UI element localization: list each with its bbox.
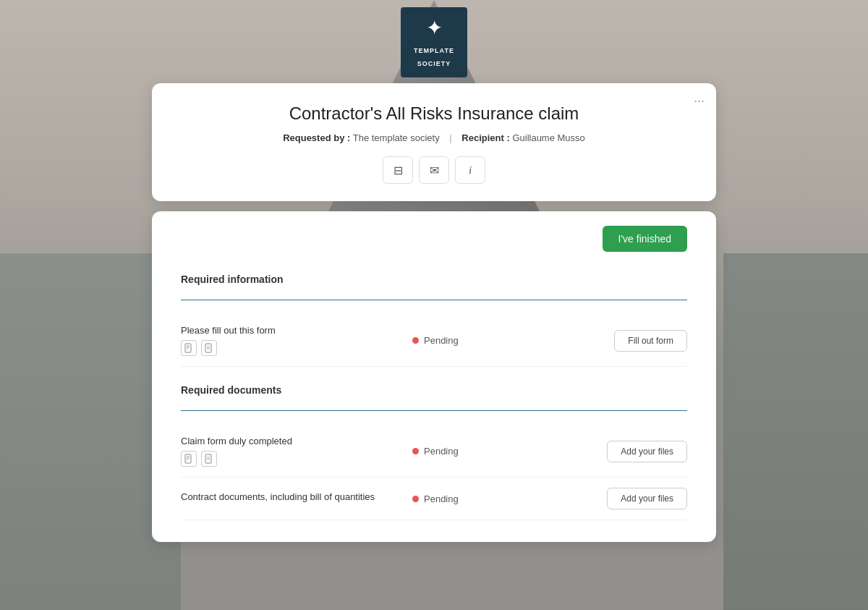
contract-docs-status-col: Pending (412, 493, 579, 504)
email-icon: ✉ (430, 164, 439, 177)
header-actions: ⊟ ✉ i (181, 156, 687, 184)
requested-by-label: Requested by : (283, 132, 350, 143)
add-files-button-claim[interactable]: Add your files (607, 441, 687, 462)
fill-out-form-button[interactable]: Fill out form (614, 330, 687, 352)
finished-button[interactable]: I've finished (603, 226, 688, 252)
svg-rect-0 (185, 344, 191, 352)
logo-container: ✦ TEMPLATE SOCIETY (401, 7, 467, 77)
fill-form-status-text: Pending (424, 335, 459, 346)
contract-docs-status-dot (412, 496, 419, 502)
claim-file-icon-1 (181, 451, 197, 467)
form-row-contract-docs: Contract documents, including bill of qu… (181, 478, 687, 520)
claim-form-label: Claim form duly completed (181, 436, 412, 446)
file-icon-1 (181, 340, 197, 356)
finished-btn-row: I've finished (181, 226, 687, 252)
fill-form-icons (181, 340, 412, 356)
section-gap-1 (181, 367, 687, 384)
contract-docs-action-col: Add your files (579, 488, 687, 509)
claim-file-icon-2 (201, 451, 217, 467)
svg-rect-11 (205, 454, 211, 463)
form-row-claim-form: Claim form duly completed (181, 425, 687, 478)
claim-form-status-col: Pending (412, 446, 579, 457)
add-files-button-contract[interactable]: Add your files (607, 488, 687, 509)
logo-text: TEMPLATE (414, 47, 454, 54)
fill-form-status-dot (412, 337, 419, 344)
claim-form-status-text: Pending (424, 446, 459, 457)
claim-form-icons (181, 451, 412, 467)
svg-rect-7 (185, 454, 191, 463)
fill-form-action-col: Fill out form (579, 330, 687, 352)
form-row-fill-form: Please fill out this form (181, 315, 687, 367)
more-options-button[interactable]: ··· (694, 93, 705, 109)
fill-form-status-col: Pending (412, 335, 579, 346)
logo-box: ✦ TEMPLATE SOCIETY (401, 7, 467, 77)
info-button[interactable]: i (455, 156, 485, 184)
page-title: Contractor's All Risks Insurance claim (181, 103, 687, 124)
logo-icon: ✦ (414, 16, 454, 40)
claim-form-action-col: Add your files (579, 441, 687, 462)
recipient-value: Guillaume Musso (512, 132, 584, 143)
recipient-label: Recipient : (461, 132, 509, 143)
clipboard-icon: ⊟ (393, 164, 403, 177)
main-card: I've finished Required information Pleas… (152, 211, 716, 542)
form-row-label-claim-form: Claim form duly completed (181, 436, 412, 467)
header-card: ··· Contractor's All Risks Insurance cla… (152, 83, 716, 201)
page-content: ✦ TEMPLATE SOCIETY ··· Contractor's All … (0, 0, 868, 610)
form-row-label-contract-docs: Contract documents, including bill of qu… (181, 491, 412, 507)
section-divider-info (181, 300, 687, 300)
form-row-label-fill-form: Please fill out this form (181, 325, 412, 356)
section-title-required-docs: Required documents (181, 384, 687, 403)
info-icon: i (469, 164, 472, 177)
section-title-required-info: Required information (181, 274, 687, 292)
contract-docs-label: Contract documents, including bill of qu… (181, 491, 412, 502)
meta-separator: | (449, 132, 451, 143)
contract-docs-status-text: Pending (424, 493, 459, 504)
email-button[interactable]: ✉ (419, 156, 449, 184)
fill-form-label: Please fill out this form (181, 325, 412, 336)
svg-rect-4 (205, 344, 211, 352)
claim-form-status-dot (412, 448, 419, 454)
section-divider-docs (181, 410, 687, 411)
clipboard-button[interactable]: ⊟ (383, 156, 413, 184)
logo-text-2: SOCIETY (417, 60, 451, 67)
file-icon-2 (201, 340, 217, 356)
header-meta: Requested by : The template society | Re… (181, 132, 687, 143)
requested-by-value: The template society (353, 132, 440, 143)
